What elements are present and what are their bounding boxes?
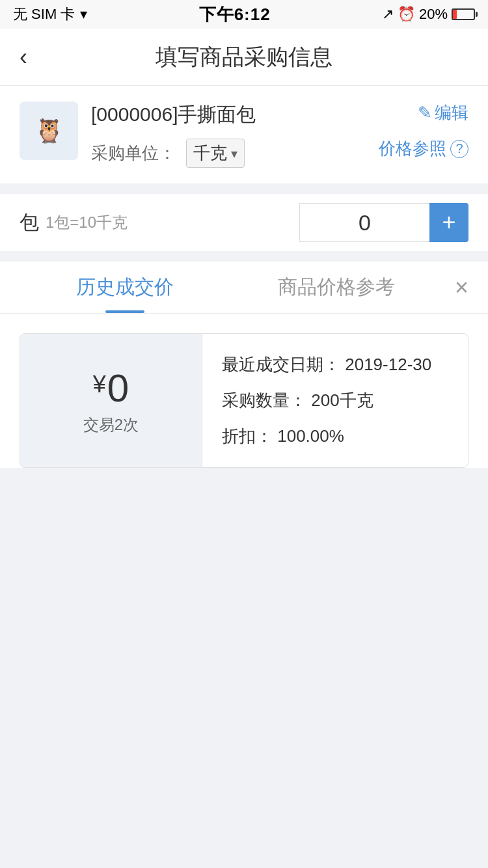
purchase-qty-row: 采购数量： 200千克 — [222, 388, 448, 413]
recent-date-label: 最近成交日期： — [222, 355, 340, 374]
tab-header: 历史成交价 商品价格参考 × — [0, 262, 488, 314]
help-icon: ? — [450, 140, 468, 158]
edit-label: 编辑 — [435, 102, 468, 124]
discount-label: 折扣： — [222, 426, 273, 446]
quantity-input[interactable] — [299, 203, 429, 242]
edit-button[interactable]: ✎ 编辑 — [418, 102, 468, 124]
back-button[interactable]: ‹ — [20, 44, 40, 71]
tab-close-button[interactable]: × — [442, 274, 468, 301]
price-left-panel: ¥ 0 交易2次 — [20, 334, 202, 467]
tab-history-label: 历史成交价 — [76, 274, 174, 301]
purchase-qty-label: 采购数量： — [222, 390, 306, 410]
battery-icon — [452, 8, 475, 20]
tab-history-price[interactable]: 历史成交价 — [20, 262, 230, 313]
discount-value: 100.00% — [277, 426, 344, 446]
wifi-icon: ▾ — [80, 6, 87, 23]
product-left: 🦉 [0000006]手撕面包 采购单位： 千克 ▾ — [20, 102, 379, 168]
separator-1 — [0, 183, 488, 194]
tab-reference-label: 商品价格参考 — [278, 274, 395, 301]
tab-price-reference[interactable]: 商品价格参考 — [230, 262, 441, 313]
unit-value: 千克 — [193, 142, 227, 165]
product-name: [0000006]手撕面包 — [91, 102, 379, 128]
quantity-plus-button[interactable]: + — [429, 203, 468, 242]
time-display: 下午6:12 — [199, 3, 271, 26]
product-unit-row: 采购单位： 千克 ▾ — [91, 139, 379, 168]
battery-fill — [453, 10, 457, 19]
discount-row: 折扣： 100.00% — [222, 424, 448, 449]
recent-date-value: 2019-12-30 — [345, 355, 431, 374]
unit-sub: 1包=10千克 — [46, 212, 128, 233]
price-ref-button[interactable]: 价格参照 ? — [379, 137, 468, 160]
price-right-panel: 最近成交日期： 2019-12-30 采购数量： 200千克 折扣： 100.0… — [202, 334, 468, 467]
status-bar: 无 SIM 卡 ▾ 下午6:12 ↗ ⏰ 20% — [0, 0, 488, 29]
price-currency: ¥ — [93, 371, 106, 398]
recent-date-row: 最近成交日期： 2019-12-30 — [222, 352, 448, 377]
main-content — [0, 487, 488, 868]
unit-select[interactable]: 千克 ▾ — [186, 139, 245, 168]
product-header: 🦉 [0000006]手撕面包 采购单位： 千克 ▾ ✎ 编辑 价格参照 — [20, 102, 468, 168]
location-icon: ↗ — [382, 6, 394, 23]
purchase-qty-value: 200千克 — [311, 390, 373, 410]
tab-panel: 历史成交价 商品价格参考 × ¥ 0 交易2次 最近成交日期： 2019-12-… — [0, 262, 488, 468]
edit-icon: ✎ — [418, 103, 432, 123]
price-ref-label: 价格参照 — [379, 137, 446, 160]
status-left: 无 SIM 卡 ▾ — [13, 5, 87, 24]
price-card: ¥ 0 交易2次 最近成交日期： 2019-12-30 采购数量： 200千克 … — [20, 333, 468, 468]
quantity-row: 包 1包=10千克 + — [0, 194, 488, 251]
price-value: 0 — [107, 366, 129, 411]
status-right: ↗ ⏰ 20% — [382, 6, 475, 23]
product-info: [0000006]手撕面包 采购单位： 千克 ▾ — [91, 102, 379, 168]
product-thumbnail-icon: 🦉 — [34, 117, 64, 144]
unit-label: 采购单位： — [91, 142, 176, 165]
nav-bar: ‹ 填写商品采购信息 — [0, 29, 488, 86]
quantity-label: 包 1包=10千克 — [20, 210, 128, 236]
dropdown-arrow-icon: ▾ — [231, 146, 237, 161]
product-card: 🦉 [0000006]手撕面包 采购单位： 千克 ▾ ✎ 编辑 价格参照 — [0, 86, 488, 183]
alarm-icon: ⏰ — [398, 6, 415, 23]
carrier-text: 无 SIM 卡 — [13, 5, 75, 24]
product-thumbnail: 🦉 — [20, 102, 78, 160]
page-title: 填写商品采购信息 — [156, 42, 332, 72]
price-amount: ¥ 0 — [93, 366, 129, 411]
unit-char: 包 — [20, 210, 39, 236]
price-trades: 交易2次 — [83, 414, 139, 435]
quantity-input-group: + — [299, 203, 468, 242]
battery-percent: 20% — [419, 6, 448, 23]
